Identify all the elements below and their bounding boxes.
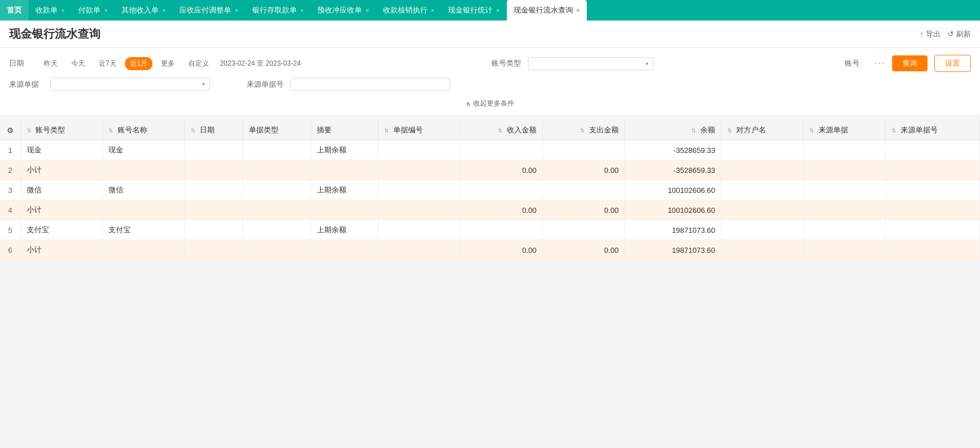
date-btn-yesterday[interactable]: 昨天 bbox=[39, 57, 63, 70]
col-settings[interactable]: ⚙ bbox=[0, 120, 21, 140]
nav-item-writeoff[interactable]: 收款核销执行 × bbox=[376, 0, 441, 21]
nav-item-prepay-offset[interactable]: 预收冲应收单 × bbox=[310, 0, 376, 21]
close-payments-icon[interactable]: × bbox=[104, 7, 107, 14]
cell-doc_type bbox=[243, 140, 311, 160]
account-type-value bbox=[533, 59, 646, 68]
nav-item-ar-ap-adjust[interactable]: 应收应付调整单 × bbox=[172, 0, 245, 21]
table-row: 2小计0.000.00-3528659.33 bbox=[0, 160, 980, 180]
cell-date bbox=[185, 200, 243, 220]
cell-income: 0.00 bbox=[461, 160, 543, 180]
cell-doc_type bbox=[243, 180, 311, 200]
nav-writeoff-label: 收款核销执行 bbox=[383, 5, 428, 15]
cell-income: 0.00 bbox=[461, 200, 543, 220]
cell-date bbox=[185, 240, 243, 260]
cell-date bbox=[185, 140, 243, 160]
nav-payments-label: 付款单 bbox=[78, 5, 100, 15]
col-source-doc-no[interactable]: ⇅ 来源单据号 bbox=[885, 120, 979, 140]
settings-button[interactable]: 设置 bbox=[934, 55, 971, 72]
table-header: ⚙ ⇅ 账号类型 ⇅ 账号名称 ⇅ 日期 单据类型 摘要 bbox=[0, 120, 980, 140]
data-table-container: ⚙ ⇅ 账号类型 ⇅ 账号名称 ⇅ 日期 单据类型 摘要 bbox=[0, 120, 980, 260]
cell-date bbox=[185, 160, 243, 180]
cell-income bbox=[461, 140, 543, 160]
date-shortcuts: 昨天 今天 近7天 近1月 更多 自定义 2023-02-24 至 2023-0… bbox=[39, 57, 301, 70]
cell-source_doc bbox=[803, 140, 885, 160]
date-btn-1month[interactable]: 近1月 bbox=[125, 57, 153, 70]
close-prepay-icon[interactable]: × bbox=[365, 7, 369, 14]
col-source-doc[interactable]: ⇅ 来源单据 bbox=[803, 120, 885, 140]
cell-doc_type bbox=[243, 160, 311, 180]
cell-source_doc bbox=[803, 180, 885, 200]
source-doc-value bbox=[55, 80, 202, 88]
source-doc-no-label: 来源单据号 bbox=[247, 79, 284, 90]
cell-balance: 100102606.60 bbox=[624, 200, 721, 220]
cell-source_doc_no bbox=[885, 160, 979, 180]
nav-item-cash-flow-query[interactable]: 现金银行流水查询 × bbox=[507, 0, 587, 21]
row-number: 1 bbox=[0, 140, 21, 160]
table-row: 6小计0.000.0019871073.60 bbox=[0, 240, 980, 260]
cell-income bbox=[461, 220, 543, 240]
cell-account_name bbox=[103, 160, 185, 180]
sort-date-icon: ⇅ bbox=[191, 127, 195, 134]
cell-balance: -3528659.33 bbox=[624, 160, 721, 180]
refresh-label: 刷新 bbox=[956, 29, 971, 39]
close-bank-deposit-icon[interactable]: × bbox=[300, 7, 304, 14]
close-flow-query-icon[interactable]: × bbox=[576, 7, 580, 14]
date-btn-more[interactable]: 更多 bbox=[156, 57, 180, 70]
gear-icon[interactable]: ⚙ bbox=[7, 126, 14, 135]
nav-item-home[interactable]: 首页 bbox=[0, 0, 29, 21]
top-navigation: 首页 收款单 × 付款单 × 其他收入单 × 应收应付调整单 × 银行存取款单 … bbox=[0, 0, 980, 21]
account-type-select[interactable]: ▾ bbox=[528, 57, 654, 70]
account-ellipsis-btn[interactable]: ··· bbox=[874, 58, 885, 68]
close-other-income-icon[interactable]: × bbox=[162, 7, 166, 14]
cell-counterpart bbox=[721, 220, 804, 240]
cell-counterpart bbox=[721, 240, 804, 260]
nav-item-bank-deposit[interactable]: 银行存取款单 × bbox=[245, 0, 310, 21]
nav-item-other-income[interactable]: 其他收入单 × bbox=[115, 0, 172, 21]
table-row: 4小计0.000.00100102606.60 bbox=[0, 200, 980, 220]
col-counterpart[interactable]: ⇅ 对方户名 bbox=[721, 120, 804, 140]
nav-item-payments[interactable]: 付款单 × bbox=[71, 0, 114, 21]
table-row: 1现金现金上期余额-3528659.33 bbox=[0, 140, 980, 160]
header-actions: ↑ 导出 ↺ 刷新 bbox=[920, 29, 971, 39]
close-ar-ap-icon[interactable]: × bbox=[235, 7, 238, 14]
export-icon: ↑ bbox=[920, 30, 924, 38]
col-date[interactable]: ⇅ 日期 bbox=[185, 120, 243, 140]
col-income[interactable]: ⇅ 收入金额 bbox=[461, 120, 543, 140]
date-btn-custom[interactable]: 自定义 bbox=[183, 57, 214, 70]
cell-counterpart bbox=[721, 180, 804, 200]
cell-source_doc bbox=[803, 220, 885, 240]
close-receipts-icon[interactable]: × bbox=[61, 7, 64, 14]
collapse-bar[interactable]: ∧ 收起更多条件 bbox=[9, 96, 971, 111]
cell-balance: 100102606.60 bbox=[624, 180, 721, 200]
query-button[interactable]: 查询 bbox=[892, 55, 927, 71]
cell-doc_no bbox=[378, 220, 461, 240]
source-doc-select[interactable]: ▾ bbox=[50, 78, 210, 91]
export-button[interactable]: ↑ 导出 bbox=[920, 29, 941, 39]
date-btn-7days[interactable]: 近7天 bbox=[94, 57, 122, 70]
sort-balance-icon: ⇅ bbox=[691, 127, 696, 134]
nav-item-receipts[interactable]: 收款单 × bbox=[29, 0, 71, 21]
cell-doc_type bbox=[243, 220, 311, 240]
cell-expense bbox=[542, 140, 624, 160]
close-stats-icon[interactable]: × bbox=[496, 7, 499, 14]
cell-account_type: 小计 bbox=[21, 200, 103, 220]
row-number: 2 bbox=[0, 160, 21, 180]
col-account-name[interactable]: ⇅ 账号名称 bbox=[103, 120, 185, 140]
cell-date bbox=[185, 220, 243, 240]
refresh-button[interactable]: ↺ 刷新 bbox=[947, 29, 971, 39]
col-expense[interactable]: ⇅ 支出金额 bbox=[542, 120, 624, 140]
date-btn-today[interactable]: 今天 bbox=[66, 57, 90, 70]
cell-account_type: 小计 bbox=[21, 240, 103, 260]
cell-summary bbox=[310, 240, 378, 260]
cell-source_doc_no bbox=[885, 220, 979, 240]
source-doc-no-input[interactable] bbox=[291, 78, 450, 91]
cell-expense: 0.00 bbox=[542, 200, 624, 220]
nav-item-cash-bank-stats[interactable]: 现金银行统计 × bbox=[441, 0, 506, 21]
col-account-type[interactable]: ⇅ 账号类型 bbox=[21, 120, 103, 140]
col-balance[interactable]: ⇅ 余额 bbox=[624, 120, 721, 140]
sort-expense-icon: ⇅ bbox=[580, 127, 584, 134]
source-doc-label: 来源单据 bbox=[9, 79, 43, 90]
row-number: 5 bbox=[0, 220, 21, 240]
col-doc-no[interactable]: ⇅ 单据编号 bbox=[378, 120, 461, 140]
close-writeoff-icon[interactable]: × bbox=[431, 7, 434, 14]
